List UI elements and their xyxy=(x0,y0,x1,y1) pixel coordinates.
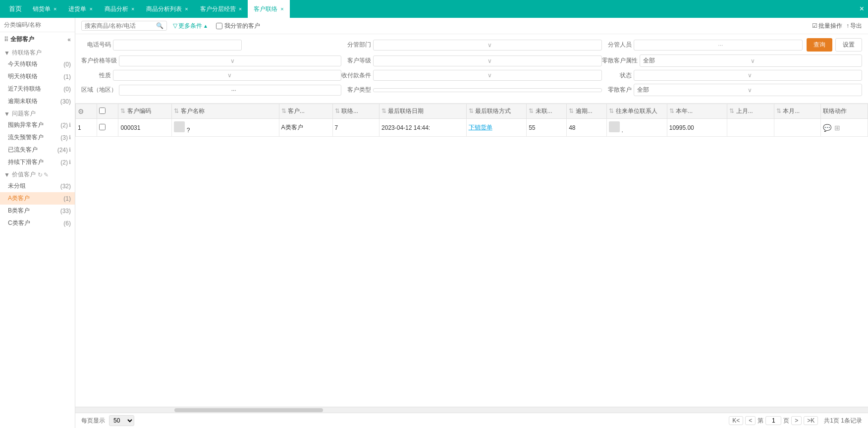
batch-icon: ☑ xyxy=(812,22,817,29)
scrollbar-thumb[interactable] xyxy=(174,408,323,412)
page-size-select[interactable]: 50 100 200 xyxy=(109,415,134,426)
settings-btn[interactable]: 设置 xyxy=(835,38,862,52)
status-chevron-icon: ∨ xyxy=(748,72,859,79)
pagination-bar: 每页显示 50 100 200 K< < 第 页 > >K 共1页 1条记录 xyxy=(75,413,868,428)
query-btn[interactable]: 查询 xyxy=(807,38,832,52)
chat-action-icon[interactable]: 💬 xyxy=(823,124,831,132)
close-tab-customer-contact[interactable]: × xyxy=(280,6,283,12)
next-page-btn[interactable]: > xyxy=(791,416,802,425)
cell-index: 1 xyxy=(76,119,97,137)
retail-customer-select[interactable]: 全部 ∨ xyxy=(634,84,862,96)
badge-warning: (3) xyxy=(60,134,68,141)
nav-tab-customer-contact[interactable]: 客户联络 × xyxy=(248,0,289,18)
close-tab-analysis-list[interactable]: × xyxy=(185,6,188,12)
nature-select[interactable]: ∨ xyxy=(113,70,341,81)
export-icon: ↑ xyxy=(846,22,849,29)
last-page-btn[interactable]: >K xyxy=(804,416,818,425)
close-tab-sales[interactable]: × xyxy=(54,6,56,12)
my-customer-checkbox[interactable] xyxy=(216,23,222,29)
main-layout: 🔍 ⠿ 全部客户 « ▼ 待联络客户 今天待联络 (0) 明天待联络 (1) 近… xyxy=(0,18,868,428)
settings-gear-icon[interactable]: ⚙ xyxy=(78,107,84,115)
sidebar-group-value[interactable]: ▼ 价值客户 ↻ ✎ xyxy=(0,168,75,180)
filter-cell-area: 区域（地区） ··· xyxy=(81,85,341,96)
sidebar-item-hoarding[interactable]: 囤购异常客户 (2) ℹ xyxy=(0,119,75,131)
arrow-icon-3: ▼ xyxy=(4,171,10,178)
sidebar-item-7days[interactable]: 近7天待联络 (0) xyxy=(0,83,75,95)
batch-op-btn[interactable]: ☑ 批量操作 xyxy=(812,22,842,30)
customer-type-select[interactable] xyxy=(373,88,601,92)
sidebar-item-class-a[interactable]: A类客户 (1) xyxy=(0,192,75,205)
prev-page-btn[interactable]: < xyxy=(745,416,756,425)
price-grade-select[interactable]: ∨ xyxy=(119,55,341,66)
col-lastdate-header: ⇅ 最后联络日期 xyxy=(380,104,467,119)
page-size-label: 每页显示 xyxy=(81,417,105,425)
retail-attr-label: 零散客户属性 xyxy=(602,56,638,65)
retail-attr-select[interactable]: 全部 ∨ xyxy=(640,54,862,67)
badge-tomorrow: (1) xyxy=(63,73,71,80)
manager-select[interactable]: ··· xyxy=(634,40,803,51)
sidebar-item-today[interactable]: 今天待联络 (0) xyxy=(0,58,75,70)
close-tab-purchase[interactable]: × xyxy=(89,6,92,12)
phone-input[interactable] xyxy=(113,40,242,51)
edit-icon-value[interactable]: ✎ xyxy=(44,171,49,178)
export-btn[interactable]: ↑ 导出 xyxy=(846,22,862,30)
sidebar-all-customers[interactable]: ⠿ 全部客户 « xyxy=(0,32,75,47)
first-page-btn[interactable]: K< xyxy=(729,416,743,425)
main-search-input[interactable] xyxy=(85,22,154,29)
badge-7days: (0) xyxy=(63,86,71,93)
nav-tab-sales[interactable]: 销货单 × xyxy=(27,0,62,18)
sidebar-item-tomorrow[interactable]: 明天待联络 (1) xyxy=(0,70,75,83)
cell-thismonth xyxy=(774,119,821,137)
sidebar-item-overdue[interactable]: 逾期未联络 (30) xyxy=(0,95,75,107)
select-all-checkbox[interactable] xyxy=(99,107,106,114)
more-filter-btn[interactable]: ▽ 更多条件 ▲ xyxy=(173,22,208,30)
sidebar: 🔍 ⠿ 全部客户 « ▼ 待联络客户 今天待联络 (0) 明天待联络 (1) 近… xyxy=(0,18,75,428)
my-customer-checkbox-label[interactable]: 我分管的客户 xyxy=(216,22,260,30)
col-settings[interactable]: ⚙ xyxy=(76,104,97,119)
sidebar-search-area: 🔍 xyxy=(0,18,75,32)
sidebar-item-ungrouped[interactable]: 未分组 (32) xyxy=(0,180,75,192)
sidebar-collapse-btn[interactable]: « xyxy=(67,36,71,43)
nav-close-all[interactable]: × xyxy=(860,4,864,13)
sidebar-item-lost[interactable]: 已流失客户 (24) ℹ xyxy=(0,144,75,156)
sidebar-item-class-c[interactable]: C类客户 (6) xyxy=(0,217,75,229)
horizontal-scrollbar[interactable] xyxy=(75,407,868,413)
main-search-icon[interactable]: 🔍 xyxy=(156,22,163,29)
col-ctype-header: ⇅ 客户... xyxy=(279,104,332,119)
area-select[interactable]: ··· xyxy=(119,85,341,96)
sidebar-search-input[interactable] xyxy=(4,21,75,28)
page-number-input[interactable] xyxy=(765,416,781,425)
grid-action-icon[interactable]: ⊞ xyxy=(834,124,840,132)
row-checkbox[interactable] xyxy=(99,124,106,130)
sidebar-group-pending[interactable]: ▼ 待联络客户 xyxy=(0,47,75,58)
nav-tab-analysis-list[interactable]: 商品分析列表 × xyxy=(140,0,194,18)
area-dots-icon: ··· xyxy=(231,87,338,94)
sort-icon-name: ⇅ xyxy=(174,107,179,114)
sidebar-group-problem[interactable]: ▼ 问题客户 xyxy=(0,107,75,119)
sidebar-item-declining[interactable]: 持续下滑客户 (2) ℹ xyxy=(0,156,75,168)
sort-icon-thisyear: ⇅ xyxy=(669,107,674,114)
dept-select[interactable]: ∨ xyxy=(373,40,601,51)
nature-chevron-icon: ∨ xyxy=(227,72,338,79)
col-contact-header: ⇅ 联络... xyxy=(332,104,380,119)
lastway-link[interactable]: 下销货单 xyxy=(469,124,492,131)
col-thismonth-header: ⇅ 本月... xyxy=(774,104,821,119)
phone-label: 电话号码 xyxy=(81,41,111,49)
col-thisyear-header: ⇅ 本年... xyxy=(667,104,727,119)
sidebar-item-class-b[interactable]: B类客户 (33) xyxy=(0,205,75,217)
col-nocontact-header: ⇅ 未联... xyxy=(527,104,567,119)
nav-tab-analysis[interactable]: 商品分析 × xyxy=(99,0,140,18)
close-tab-customer-tier[interactable]: × xyxy=(239,6,242,12)
customer-grade-select[interactable]: ∨ xyxy=(373,55,601,66)
nav-home[interactable]: 首页 xyxy=(4,4,27,13)
refresh-icon-value[interactable]: ↻ xyxy=(38,171,43,178)
cell-thisyear: 10995.00 xyxy=(667,119,727,137)
payment-select[interactable]: ∨ xyxy=(373,70,601,81)
dept-label: 分管部门 xyxy=(341,41,371,49)
nav-tab-customer-tier[interactable]: 客户分层经营 × xyxy=(194,0,248,18)
filter-icon: ▽ xyxy=(173,22,177,29)
sidebar-item-warning[interactable]: 流失预警客户 (3) ℹ xyxy=(0,131,75,144)
status-select[interactable]: ∨ xyxy=(634,70,862,81)
nav-tab-purchase[interactable]: 进货单 × xyxy=(62,0,98,18)
close-tab-analysis[interactable]: × xyxy=(131,6,134,12)
